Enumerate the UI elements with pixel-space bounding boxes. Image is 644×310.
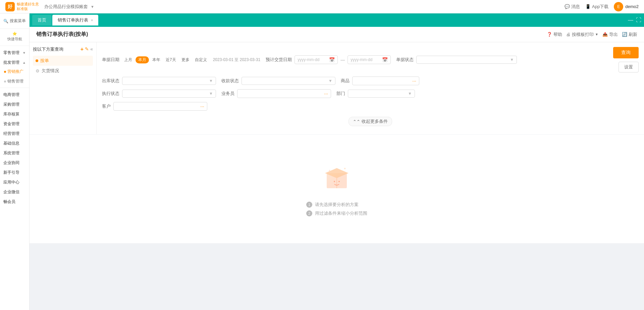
- exec-status-select[interactable]: ▼: [122, 90, 216, 98]
- user-menu[interactable]: E demo2: [614, 2, 639, 11]
- app-download-icon: 📱: [585, 4, 591, 9]
- svg-text:✦: ✦: [328, 169, 331, 172]
- tip-1-number: 1: [306, 202, 312, 208]
- export-action[interactable]: 📤 导出: [602, 32, 618, 38]
- sidebar-item-app-center[interactable]: 应用中心: [0, 177, 29, 187]
- more-btn[interactable]: 更多: [179, 56, 192, 63]
- filter-item-salesperson: 业务员 ···: [221, 89, 331, 98]
- right-panel: 首页 销售订单执行表 × — ⛶ 销售订单执行表(按单) ❓ 帮助: [30, 13, 644, 310]
- product-input-wrapper[interactable]: ···: [352, 76, 419, 85]
- top-bar-left: 好 畅捷通好生意 标准版 办公用品行业模拟账套 ▼: [5, 2, 94, 11]
- tab-close-icon[interactable]: ×: [91, 18, 93, 22]
- date-separator: —: [340, 57, 345, 62]
- retail-arrow-icon: ▼: [22, 51, 26, 55]
- order-status-select[interactable]: ▼: [416, 56, 517, 64]
- filter-item-order-status: 单据状态 ▼: [396, 56, 517, 64]
- calendar-end-icon[interactable]: 📅: [382, 57, 388, 62]
- add-scheme-icon[interactable]: +: [80, 46, 84, 52]
- search-menu-button[interactable]: 🔍 搜索菜单: [3, 17, 26, 25]
- receipt-status-arrow-icon: ▼: [328, 79, 332, 83]
- logo-text: 畅捷通好生意 标准版: [17, 2, 39, 11]
- sidebar-item-vip[interactable]: 畅会员: [0, 196, 29, 206]
- sidebar-item-purchase[interactable]: 采购管理: [0, 99, 29, 109]
- last7-btn[interactable]: 近7天: [164, 56, 178, 63]
- query-btn-area: 查询 设置: [613, 47, 639, 72]
- filter-item-dept: 部门 ▼: [336, 90, 415, 98]
- sidebar-item-wholesale[interactable]: 批发管理 ▲: [0, 57, 29, 67]
- tab-actions: — ⛶: [628, 17, 641, 23]
- print-action[interactable]: 🖨 按模板打印 ▼: [566, 32, 598, 38]
- custom-btn[interactable]: 自定义: [193, 56, 209, 63]
- breadcrumb-arrow-icon[interactable]: ▼: [91, 5, 94, 9]
- filter-inner: 按以下方案查询 + ✎ « 按单 ⚙: [30, 42, 644, 134]
- refresh-action[interactable]: 🔄 刷新: [622, 32, 637, 38]
- scheme-item-press-order[interactable]: 按单: [33, 56, 93, 66]
- tab-minimize-icon[interactable]: —: [628, 17, 633, 23]
- sidebar-item-corp-wechat[interactable]: 企业微信: [0, 187, 29, 196]
- product-more-icon[interactable]: ···: [412, 78, 416, 84]
- customer-input-wrapper[interactable]: ···: [113, 102, 207, 111]
- sidebar-item-finance[interactable]: 资金管理: [0, 118, 29, 128]
- sidebar-item-inventory[interactable]: 库存核算: [0, 109, 29, 118]
- filter-item-ship-status: 出库状态 ▼: [102, 77, 216, 85]
- scheme-item-owe-goods[interactable]: ⚙ 欠货情况: [33, 66, 93, 76]
- sidebar-sub-item-marketing[interactable]: 营销推广: [0, 67, 29, 76]
- tip-2-number: 2: [306, 210, 312, 216]
- order-status-arrow-icon: ▼: [510, 57, 514, 62]
- message-action[interactable]: 💬 消息: [565, 4, 580, 10]
- filter-item-receipt-status: 收款状态 ▼: [221, 77, 335, 85]
- tab-sales-order-exec[interactable]: 销售订单执行表 ×: [52, 15, 98, 25]
- current-year-btn[interactable]: 本年: [150, 56, 162, 63]
- top-bar: 好 畅捷通好生意 标准版 办公用品行业模拟账套 ▼ 💬 消息 📱 App下载 E…: [0, 0, 644, 13]
- filter-item-product: 商品 ···: [341, 76, 419, 85]
- ship-status-select[interactable]: ▼: [122, 77, 216, 85]
- filter-row-1: 单据日期 上月 本月 本年 近7天 更多 自定义: [102, 47, 639, 72]
- svg-text:✦: ✦: [343, 167, 346, 170]
- collapse-more-btn[interactable]: ⌃⌃ 收起更多条件: [348, 117, 392, 126]
- sidebar-item-operation[interactable]: 经营管理: [0, 128, 29, 138]
- calendar-start-icon[interactable]: 📅: [329, 57, 335, 62]
- customer-more-icon[interactable]: ···: [200, 104, 204, 109]
- top-bar-right: 💬 消息 📱 App下载 E demo2: [565, 2, 639, 11]
- sidebar-item-corp-collab[interactable]: 企业协同: [0, 157, 29, 167]
- app-download-action[interactable]: 📱 App下载: [585, 4, 608, 10]
- collapse-filter-icon[interactable]: «: [90, 46, 93, 52]
- sidebar-item-basic[interactable]: 基础信息: [0, 138, 29, 148]
- sidebar-item-quick-nav[interactable]: ⭐ 快捷导航: [0, 29, 29, 44]
- sidebar-sub-item-sales-mgmt[interactable]: 销售管理: [0, 76, 29, 86]
- sidebar-item-newbie[interactable]: 新手引导: [0, 167, 29, 177]
- content-area: 销售订单执行表(按单) ❓ 帮助 🖨 按模板打印 ▼ 📤 导出: [30, 27, 644, 310]
- refresh-icon: 🔄: [622, 32, 627, 37]
- tab-home[interactable]: 首页: [32, 15, 52, 25]
- sidebar-item-ecommerce[interactable]: 电商管理: [0, 89, 29, 99]
- search-icon: 🔍: [3, 19, 8, 23]
- scheme-dot-active: [36, 59, 38, 62]
- tab-maximize-icon[interactable]: ⛶: [636, 17, 641, 23]
- current-month-btn[interactable]: 本月: [136, 56, 149, 63]
- exec-status-arrow-icon: ▼: [209, 91, 213, 96]
- edit-scheme-icon[interactable]: ✎: [85, 46, 89, 52]
- breadcrumb[interactable]: 办公用品行业模拟账套: [44, 4, 88, 10]
- filter-collapse-area: ⌃⌃ 收起更多条件: [102, 115, 639, 130]
- expected-date-end-input[interactable]: [351, 57, 381, 62]
- expected-date-start-input[interactable]: [298, 57, 328, 62]
- receipt-status-select[interactable]: ▼: [241, 77, 335, 85]
- filter-item-date: 单据日期 上月 本月 本年 近7天 更多 自定义: [102, 56, 260, 63]
- svg-point-5: [338, 181, 340, 182]
- date-input-end-wrapper[interactable]: 📅: [347, 55, 391, 64]
- help-action[interactable]: ❓ 帮助: [547, 32, 562, 38]
- sidebar-item-system[interactable]: 系统管理: [0, 148, 29, 157]
- date-input-start-wrapper[interactable]: 📅: [294, 55, 338, 64]
- salesperson-input-wrapper[interactable]: ···: [237, 89, 331, 98]
- last-month-btn[interactable]: 上月: [122, 56, 134, 63]
- settings-button[interactable]: 设置: [619, 62, 639, 72]
- export-icon: 📤: [602, 32, 608, 37]
- filter-item-customer: 客户 ···: [102, 102, 207, 111]
- query-button[interactable]: 查询: [613, 47, 639, 58]
- filter-item-expected-date: 预计交货日期 📅 — 📅: [266, 55, 391, 64]
- dept-select[interactable]: ▼: [348, 90, 415, 98]
- salesperson-more-icon[interactable]: ···: [324, 91, 328, 96]
- scheme-icon-owe: ⚙: [36, 68, 40, 73]
- empty-tip-1: 1 请先选择要分析的方案: [306, 202, 367, 208]
- sidebar-item-retail[interactable]: 零售管理 ▼: [0, 47, 29, 57]
